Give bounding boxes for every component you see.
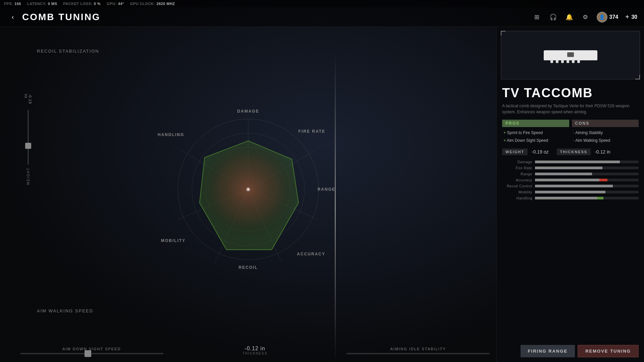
gpu-label: GPU:: [107, 2, 117, 6]
stat-label-5: Mobility: [502, 190, 532, 194]
stat-bar-accent-3: [599, 179, 608, 181]
currency-1-value: 374: [609, 14, 619, 20]
damage-label: DAMAGE: [237, 109, 259, 114]
currency-2-item: ✦ 30: [625, 14, 637, 20]
recoil-label: RECOIL: [238, 265, 258, 270]
weight-display: -0.19 oz: [532, 149, 549, 155]
hud-bar: FPS: 166 LATENCY: 0 MS PACKET LOSS: 0 % …: [0, 0, 644, 7]
pros-cons: PROS Sprint to Fire Speed Aim Down Sight…: [502, 120, 639, 144]
weight-value-vertical: -0.19 oz: [24, 94, 32, 107]
stat-bar-fill-5: [535, 191, 605, 193]
pros-header: PROS: [502, 120, 569, 127]
stat-bar-fill-0: [535, 161, 620, 163]
stat-row-handling: Handling: [502, 196, 639, 200]
stat-row-accuracy: Accuracy: [502, 178, 639, 182]
main-content: RECOIL STABILIZATION -0.19 oz WEIGHT AIM…: [0, 27, 644, 362]
weapon-info: TV TACCOMB A tactical comb designed by T…: [497, 83, 644, 115]
header: ‹ COMB TUNING ⊞ 🎧 🔔 ⚙ 👤 374 ✦ 30: [0, 7, 644, 27]
stat-row-fire-rate: Fire Rate: [502, 166, 639, 170]
ads-slider-track[interactable]: [20, 353, 163, 354]
taccomb-main: [544, 50, 597, 60]
packet-label: PACKET LOSS:: [63, 2, 93, 6]
thickness-value: -0.12 in: [242, 346, 267, 352]
weight-label: WEIGHT: [502, 148, 528, 155]
taccomb-tooth: [572, 60, 575, 63]
thickness-label: THICKNESS: [557, 148, 591, 155]
stat-row-range: Range: [502, 172, 639, 176]
weight-slider-thumb[interactable]: [25, 143, 31, 149]
avatar: 👤: [597, 12, 607, 22]
mobility-label: MOBILITY: [161, 238, 185, 243]
fps-value: 166: [14, 2, 21, 6]
back-button[interactable]: ‹: [7, 11, 19, 23]
aiming-idle-group: AIMING IDLE STABILITY: [346, 347, 490, 354]
headset-icon[interactable]: 🎧: [548, 12, 558, 22]
radar-chart-container: DAMAGE FIRE RATE RANGE ACCURACY RECOIL M…: [164, 106, 332, 273]
ads-slider-thumb[interactable]: [85, 350, 91, 357]
recoil-stab-label: RECOIL STABILIZATION: [37, 49, 99, 54]
settings-icon[interactable]: ⚙: [581, 12, 590, 22]
remove-tuning-button[interactable]: REMOVE TUNING: [578, 345, 639, 357]
ads-speed-group: AIM DOWN SIGHT SPEED: [20, 347, 163, 354]
taccomb-notch: [567, 52, 574, 57]
taccomb-teeth: [550, 60, 580, 63]
taccomb-tooth: [550, 60, 553, 63]
firerate-label: FIRE RATE: [299, 129, 325, 134]
stat-bar-bg-1: [535, 167, 639, 169]
stat-label-6: Handling: [502, 196, 532, 200]
aiming-idle-label: AIMING IDLE STABILITY: [390, 347, 446, 351]
stat-label-1: Fire Rate: [502, 166, 532, 170]
currency-2-value: 30: [631, 14, 637, 20]
right-panel: TV TACCOMB A tactical comb designed by T…: [496, 27, 644, 362]
thickness-sublabel: THICKNESS: [242, 352, 267, 355]
cons-block: CONS Aiming Stability Aim Walking Speed: [572, 120, 639, 144]
weapon-name: TV TACCOMB: [502, 86, 639, 100]
stat-bar-fill-1: [535, 167, 602, 169]
stat-bar-bg-6: [535, 197, 639, 199]
side-accent: [335, 54, 336, 362]
stat-label-0: Damage: [502, 160, 532, 164]
pros-item-1: Sprint to Fire Speed: [502, 129, 569, 137]
notification-icon[interactable]: 🔔: [565, 12, 574, 22]
aiming-idle-slider-track[interactable]: [346, 353, 490, 354]
taccomb-tooth: [567, 60, 569, 63]
stat-row-recoil-control: Recoil Control: [502, 184, 639, 188]
thickness-group: -0.12 in THICKNESS: [183, 346, 327, 355]
back-icon: ‹: [12, 13, 14, 21]
thickness-display: -0.12 in: [595, 149, 610, 155]
weight-slider-track[interactable]: [28, 110, 29, 165]
grid-icon[interactable]: ⊞: [532, 12, 542, 22]
taccomb-tooth: [556, 60, 558, 63]
gpu-value: 44°: [118, 2, 124, 6]
header-right: ⊞ 🎧 🔔 ⚙ 👤 374 ✦ 30: [532, 12, 638, 22]
bottom-buttons: FIRING RANGE REMOVE TUNING: [497, 340, 644, 362]
gpuclock-label: GPU CLOCK:: [130, 2, 155, 6]
taccomb-tooth: [577, 60, 580, 63]
stat-bar-bg-3: [535, 179, 639, 181]
packet-value: 0 %: [94, 2, 101, 6]
stat-label-4: Recoil Control: [502, 184, 532, 188]
cons-item-2: Aim Walking Speed: [572, 137, 639, 144]
latency-label: LATENCY:: [27, 2, 47, 6]
left-panel: RECOIL STABILIZATION -0.19 oz WEIGHT AIM…: [0, 27, 496, 362]
weapon-desc: A tactical comb designed by Tactique Ver…: [502, 103, 639, 115]
stat-bar-green-6: [597, 197, 603, 199]
pros-block: PROS Sprint to Fire Speed Aim Down Sight…: [502, 120, 569, 144]
currency-1-item: 👤 374: [597, 12, 619, 22]
handling-label: HANDLING: [158, 132, 184, 137]
stat-bar-fill-3: [535, 179, 607, 181]
stat-bar-fill-6: [535, 197, 597, 199]
firing-range-button[interactable]: FIRING RANGE: [521, 345, 575, 357]
taccomb-tooth: [561, 60, 564, 63]
accuracy-label: ACCURACY: [297, 252, 325, 256]
svg-point-15: [247, 188, 249, 190]
weapon-image: [537, 47, 604, 64]
cons-item-1: Aiming Stability: [572, 129, 639, 137]
latency-value: 0 MS: [48, 2, 57, 6]
stat-bar-bg-4: [535, 185, 639, 187]
aim-walking-label: AIM WALKING SPEED: [37, 308, 93, 313]
weight-label-vertical: WEIGHT: [26, 168, 30, 185]
weight-thickness-row: WEIGHT -0.19 oz THICKNESS -0.12 in: [502, 148, 639, 155]
page-title: COMB TUNING: [22, 12, 101, 22]
stat-bar-bg-2: [535, 173, 639, 175]
